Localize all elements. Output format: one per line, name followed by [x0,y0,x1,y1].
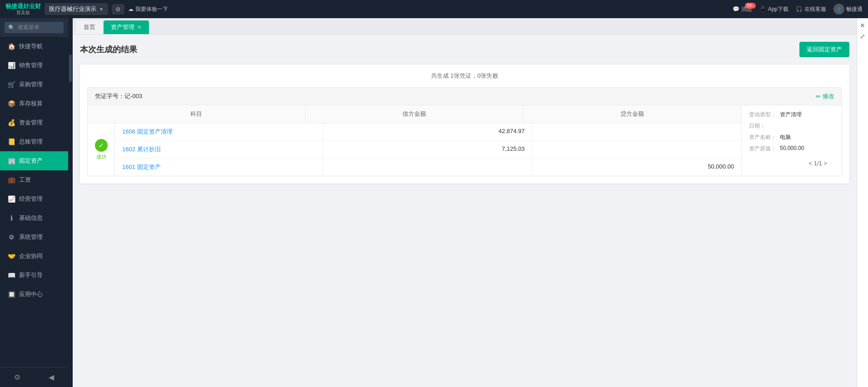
sidebar-item-label: 采购管理 [19,80,43,89]
subject-cell: 1606 固定资产清理 [115,123,324,140]
sidebar: 🔍 搜索菜单 🏠 快捷导航 📊 销售管理 🛒 采购管理 📦 库存核算 [0,18,68,387]
table-header: 科目 借方金额 贷方金额 [88,105,741,123]
page-header: 本次生成的结果 返回固定资产 [80,42,849,57]
home-icon: 🏠 [7,42,15,50]
data-rows: 1606 固定资产清理 42,874.97 1602 累计折旧 7,125.03 [115,123,741,176]
logo-area: 畅捷通好业财 普及版 [5,3,41,15]
sidebar-item-ledger[interactable]: 📒 总账管理 [0,132,68,151]
sidebar-item-label: 总账管理 [19,138,43,146]
page-content: 本次生成的结果 返回固定资产 共生成 1张凭证，0张失败 凭证字号：记-003 … [73,35,857,387]
edit-label: 修改 [823,92,834,100]
sidebar-item-label: 库存核算 [19,99,43,108]
result-panel: 共生成 1张凭证，0张失败 凭证字号：记-003 ✏ 修改 [80,64,849,184]
sidebar-item-enterprise[interactable]: 🤝 企业协同 [0,247,68,266]
subject-cell: 1602 累计折旧 [115,141,324,158]
drawer-controls: ✕ ⤢ [857,18,868,387]
credit-cell [532,123,741,140]
experience-label: 我要体验一下 [135,5,168,13]
user-info[interactable]: 👤 畅捷通 [833,4,863,15]
company-selector[interactable]: 医疗器械行业演示 ▼ [45,3,108,15]
salary-icon: 💼 [7,176,15,184]
header-settings-button[interactable]: ⚙ [112,4,124,15]
enterprise-icon: 🤝 [7,252,15,260]
sidebar-item-salary[interactable]: 💼 工资 [0,170,68,189]
service-icon: 🎧 [796,6,803,12]
company-name: 医疗器械行业演示 [49,5,96,13]
chevron-down-icon: ▼ [99,7,104,12]
messages-button[interactable]: 💬 消息 99+ [733,5,752,13]
online-service-button[interactable]: 🎧 在线客服 [796,5,826,13]
guide-icon: 📖 [7,271,15,279]
voucher-table: 科目 借方金额 贷方金额 [88,105,742,176]
inventory-icon: 📦 [7,99,15,108]
main-layout: 🔍 搜索菜单 🏠 快捷导航 📊 销售管理 🛒 采购管理 📦 库存核算 [0,18,868,387]
edit-button[interactable]: ✏ 修改 [816,92,834,100]
close-drawer-button[interactable]: ✕ [860,22,865,29]
pagination-text[interactable]: < 1/1 > [809,160,827,167]
original-value-label: 资产原值： [749,145,776,153]
sidebar-item-guide[interactable]: 📖 新手引导 [0,266,68,285]
return-button[interactable]: 返回固定资产 [799,42,849,57]
app-download-button[interactable]: 📱 App下载 [759,5,789,13]
edit-icon: ✏ [816,93,821,100]
sidebar-item-funds[interactable]: 💰 资金管理 [0,113,68,132]
logo-subtitle: 普及版 [16,10,30,15]
header-left: 畅捷通好业财 普及版 医疗器械行业演示 ▼ ⚙ ☁ 我要体验一下 [5,3,168,15]
voucher-body: 科目 借方金额 贷方金额 [88,105,842,176]
sidebar-scrollbar[interactable] [68,18,73,387]
table-row: 1601 固定资产 50,000.00 [115,159,741,176]
app-center-icon: 🔲 [7,290,15,298]
date-label: 日期： [749,122,765,130]
change-type-label: 变动类型： [749,111,776,119]
sidebar-item-label: 经营管理 [19,195,43,203]
sidebar-collapse-button[interactable]: ◀ [45,371,58,383]
avatar: 👤 [833,4,844,15]
table-data-area: ✓ 成功 1606 固定资产清理 42,874.97 [88,123,741,176]
tab-close-icon[interactable]: ✕ [137,24,142,30]
voucher-block: 凭证字号：记-003 ✏ 修改 科目 [87,87,842,176]
tab-asset-mgmt-label: 资产管理 [111,23,134,31]
sidebar-item-label: 基础信息 [19,214,43,222]
search-icon: 🔍 [8,25,15,31]
app-download-label: App下载 [768,5,789,13]
sidebar-item-label: 固定资产 [19,157,43,165]
sidebar-settings-button[interactable]: ⚙ [10,371,24,383]
sidebar-item-quick-nav[interactable]: 🏠 快捷导航 [0,37,68,56]
original-value-row: 资产原值： 50,000.00 [749,145,834,153]
ledger-icon: 📒 [7,138,15,146]
content-area: 首页 资产管理 ✕ 本次生成的结果 返回固定资产 共生成 1张凭证，0张失败 凭… [73,18,857,387]
sidebar-item-app-center[interactable]: 🔲 应用中心 [0,285,68,304]
experience-button[interactable]: ☁ 我要体验一下 [128,5,168,13]
sidebar-item-operations[interactable]: 📈 经营管理 [0,189,68,208]
sidebar-item-inventory[interactable]: 📦 库存核算 [0,94,68,113]
tab-home[interactable]: 首页 [76,20,103,34]
expand-drawer-button[interactable]: ⤢ [860,33,865,40]
sidebar-item-basic-info[interactable]: ℹ 基础信息 [0,208,68,228]
sidebar-item-label: 销售管理 [19,61,43,69]
success-icon: ✓ [95,139,108,152]
sidebar-item-label: 资金管理 [19,119,43,127]
funds-icon: 💰 [7,119,15,127]
basic-info-icon: ℹ [7,214,15,222]
system-icon: ⚙ [7,233,15,241]
sidebar-item-label: 新手引导 [19,271,43,279]
user-name: 畅捷通 [846,5,863,13]
sidebar-item-purchase[interactable]: 🛒 采购管理 [0,75,68,94]
sidebar-search[interactable]: 🔍 搜索菜单 [0,18,68,37]
pagination[interactable]: < 1/1 > [749,156,834,170]
sidebar-item-system[interactable]: ⚙ 系统管理 [0,228,68,247]
sidebar-item-fixed-assets[interactable]: 🏢 固定资产 [0,151,68,170]
original-value-value: 50,000.00 [780,145,804,153]
search-input-area[interactable]: 🔍 搜索菜单 [5,22,64,33]
sidebar-item-sales[interactable]: 📊 销售管理 [0,56,68,75]
tab-asset-mgmt[interactable]: 资产管理 ✕ [104,20,149,34]
credit-cell: 50,000.00 [532,159,741,176]
gear-icon: ⚙ [115,6,121,13]
status-column: ✓ 成功 [88,123,115,176]
sidebar-item-label: 工资 [19,176,31,184]
table-row: 1602 累计折旧 7,125.03 [115,141,741,159]
voucher-number: 凭证字号：记-003 [95,92,142,100]
header-right: 💬 消息 99+ 📱 App下载 🎧 在线客服 👤 畅捷通 [733,4,863,15]
messages-badge: 99+ [745,3,756,9]
result-summary: 共生成 1张凭证，0张失败 [87,72,842,80]
